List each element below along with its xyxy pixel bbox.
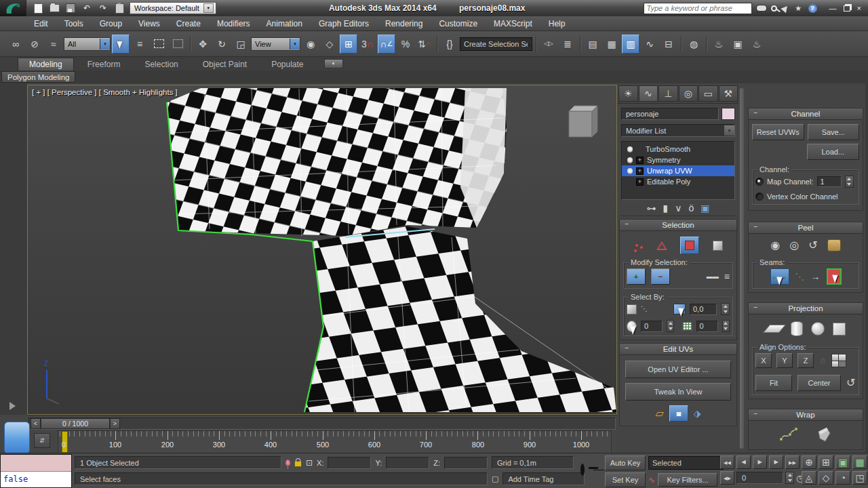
selection-rollout-header[interactable]: Selection [620, 220, 736, 231]
cylindrical-map-icon[interactable] [791, 321, 803, 336]
scene-explorer-button[interactable]: ▥ [622, 35, 639, 54]
projection-rollout-header[interactable]: Projection [749, 303, 863, 314]
texture-id-field[interactable]: 0 [696, 321, 718, 332]
select-object-button[interactable] [112, 35, 130, 54]
time-slider-handle[interactable]: 0 / 1000 [41, 418, 110, 429]
uv-plane-icon[interactable]: ⬗ [694, 409, 701, 418]
reset-projection-icon[interactable]: ↺ [846, 378, 855, 388]
polygon-subobject-button[interactable] [680, 237, 699, 254]
percent-snap-button[interactable]: % [397, 35, 414, 54]
make-unique-button[interactable]: ∨ [675, 203, 682, 213]
set-key-button[interactable]: Set Key [605, 472, 646, 487]
minimize-button[interactable]: — [829, 4, 837, 12]
search-input[interactable] [644, 3, 752, 14]
edit-named-selection-sets-button[interactable]: {} [441, 35, 458, 54]
peel-rollout-header[interactable]: Peel [749, 222, 863, 234]
show-end-result-button[interactable]: ▮ [663, 203, 669, 213]
open-uv-editor-button[interactable]: Open UV Editor ... [625, 361, 731, 378]
previous-frame-button[interactable]: ◀ [736, 455, 751, 469]
go-to-end-button[interactable]: ▶▶ [785, 455, 800, 469]
expand-plus-icon[interactable] [636, 178, 644, 186]
orbit-button[interactable]: ◔ [835, 471, 850, 485]
key-filter-curve-icon[interactable]: ∿ [648, 476, 655, 484]
stack-row-unwrap-uvw[interactable]: Unwrap UVW [622, 165, 734, 176]
menu-group[interactable]: Group [100, 19, 122, 28]
edit-seams-button[interactable] [770, 268, 789, 285]
open-file-icon[interactable] [48, 3, 60, 14]
key-filter-selected-dropdown[interactable]: Selected [648, 456, 724, 470]
viewport-label[interactable]: [ + ] [ Perspective ] [ Smooth + Highlig… [32, 88, 178, 96]
smoothing-group-field[interactable]: 0 [641, 321, 663, 332]
lock-icon[interactable] [294, 461, 302, 467]
schematic-view-button[interactable]: ⊟ [660, 35, 677, 54]
reset-peel-icon[interactable]: ↺ [808, 240, 817, 251]
bind-to-space-warp-button[interactable]: ≈ [45, 35, 62, 54]
spinner-snap-button[interactable]: ⇅∩ [416, 35, 433, 54]
flyout-arrow-icon[interactable] [9, 402, 16, 410]
vertex-color-radio[interactable] [755, 192, 764, 201]
align-x-button[interactable]: X [755, 353, 772, 368]
box-map-icon[interactable] [833, 323, 846, 336]
angle-spinner[interactable] [721, 303, 730, 315]
edge-subobject-button[interactable] [654, 239, 669, 252]
track-bar[interactable]: 0 100 200 300 400 500 600 700 800 900 10… [58, 430, 612, 453]
angle-snap-button[interactable]: ∩∠ [378, 35, 395, 54]
grow-selection-button[interactable]: + [627, 268, 646, 285]
window-crossing-button[interactable] [169, 35, 186, 54]
load-uvws-button[interactable]: Load... [807, 144, 860, 160]
select-by-texture-icon[interactable] [682, 322, 692, 331]
menu-maxscript[interactable]: MAXScript [494, 19, 532, 28]
expand-plus-icon[interactable] [636, 157, 644, 164]
tab-display[interactable]: ▭ [698, 85, 718, 102]
listener-macro-row[interactable] [1, 455, 71, 472]
tab-modify[interactable]: ∿ [639, 85, 658, 102]
texture-spinner[interactable] [722, 320, 730, 332]
render-production-button[interactable]: ♨ [748, 35, 766, 54]
maximize-viewport-button[interactable]: ◳ [852, 471, 867, 485]
menu-tools[interactable]: Tools [64, 19, 83, 28]
search-icon[interactable] [757, 5, 766, 11]
selection-filter-dropdown[interactable]: All [64, 37, 111, 51]
select-by-angle-icon[interactable] [673, 304, 686, 314]
ribbon-tab-object-paint[interactable]: Object Paint [192, 58, 258, 70]
map-channel-radio[interactable] [755, 178, 764, 186]
go-to-start-button[interactable]: ◀◀ [720, 455, 734, 469]
tab-create[interactable]: ☀ [618, 85, 638, 102]
zoom-all-button[interactable]: ⊞ [818, 455, 833, 469]
polygon-modeling-panel[interactable]: Polygon Modeling [1, 71, 75, 83]
object-color-swatch[interactable] [722, 108, 735, 120]
align-y-button[interactable]: Y [776, 353, 793, 368]
add-time-tag-field[interactable]: Add Time Tag [502, 472, 585, 485]
configure-modifier-sets-button[interactable]: ▣ [701, 203, 709, 213]
menu-edit[interactable]: Edit [34, 19, 48, 28]
menu-help[interactable]: Help [549, 19, 566, 28]
select-and-move-button[interactable]: ✥ [194, 35, 212, 54]
panel-resize-strip[interactable] [865, 83, 868, 453]
map-channel-spinner[interactable] [845, 176, 854, 188]
peel-mode-icon[interactable]: ◎ [789, 240, 799, 251]
expand-face-to-seam-button[interactable] [827, 268, 842, 285]
select-and-scale-button[interactable]: ◲ [232, 35, 250, 54]
shrink-selection-button[interactable]: − [651, 268, 670, 285]
align-z-button[interactable]: Z [797, 353, 814, 368]
remove-modifier-button[interactable]: ö [688, 203, 694, 213]
field-of-view-button[interactable]: ◬ [802, 471, 816, 485]
ribbon-tab-modeling[interactable]: Modeling [18, 58, 74, 70]
edit-uvs-rollout-header[interactable]: Edit UVs [620, 344, 736, 355]
select-and-rotate-button[interactable]: ↻ [213, 35, 231, 54]
named-selection-sets-dropdown[interactable]: Create Selection Se [460, 37, 532, 51]
tab-motion[interactable]: ◎ [679, 85, 698, 102]
vertex-subobject-button[interactable] [629, 239, 644, 252]
loop-selection-button[interactable]: ▬▬ [707, 274, 719, 280]
undo-button[interactable]: ↶ [81, 3, 93, 14]
wrap-rollout-header[interactable]: Wrap [749, 409, 863, 421]
fit-button[interactable]: Fit [755, 375, 792, 391]
favorites-star-icon[interactable]: ★ [793, 4, 804, 13]
menu-rendering[interactable]: Rendering [385, 19, 422, 28]
tab-utilities[interactable]: ⚒ [719, 85, 738, 102]
absolute-offset-toggle-icon[interactable]: ⊡ [306, 459, 313, 467]
close-button[interactable]: × [857, 4, 861, 12]
keyboard-shortcut-override-button[interactable]: ⊞ [340, 35, 357, 54]
mirror-button[interactable]: ◁▷ [540, 35, 557, 54]
help-icon[interactable]: ? [808, 4, 817, 13]
